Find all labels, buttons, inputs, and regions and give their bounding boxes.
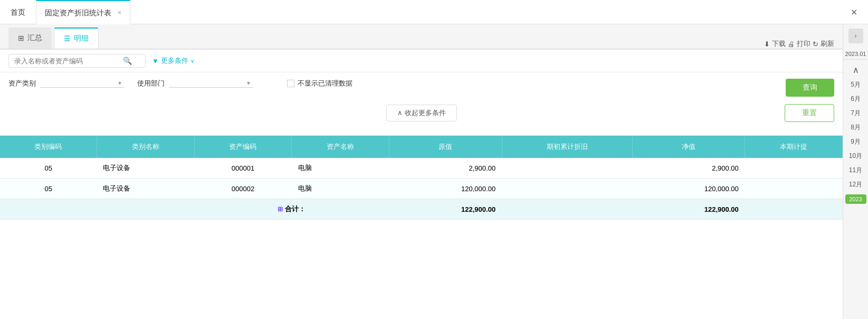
cell-accumulated-depreciation (502, 179, 632, 199)
refresh-icon: ↻ (813, 40, 818, 48)
table-wrapper: 类别编码 类别名称 资产编码 资产名称 原值 期初累计折旧 净值 本期计提 05… (0, 136, 843, 319)
tab-active-label: 固定资产折旧统计表 (45, 1, 111, 24)
refresh-button[interactable]: ↻ 刷新 (813, 39, 834, 49)
cell-category-code: 05 (0, 179, 97, 199)
col-net-value: 净值 (632, 136, 745, 158)
calc-icon: ⊞ (278, 205, 283, 213)
main-content: ⊞ 汇总 ☰ 明细 ⬇ 下载 🖨 打印 ↻ 刷新 (0, 24, 868, 319)
hide-cleared-checkbox[interactable] (287, 80, 294, 87)
download-button[interactable]: ⬇ 下载 (764, 39, 786, 49)
detail-icon: ☰ (64, 34, 71, 43)
search-icon: 🔍 (123, 57, 132, 65)
cell-asset-code: 000001 (194, 158, 292, 179)
table-total-row: ⊞ 合计： 122,900.00 122,900.00 (0, 199, 843, 220)
reset-button[interactable]: 重置 (785, 104, 834, 122)
top-bar: 首页 固定资产折旧统计表 × ✕ (0, 0, 868, 24)
cell-net-value: 120,000.00 (632, 179, 745, 199)
asset-category-label: 资产类别 (8, 79, 36, 88)
filter-area: 资产类别 ▼ 使用部门 ▼ 不显示已清理数据 (0, 72, 843, 136)
month-10[interactable]: 10月 (845, 149, 866, 163)
cell-category-name: 电子设备 (97, 158, 194, 179)
sub-tabs-bar: ⊞ 汇总 ☰ 明细 ⬇ 下载 🖨 打印 ↻ 刷新 (0, 24, 843, 50)
left-panel: ⊞ 汇总 ☰ 明细 ⬇ 下载 🖨 打印 ↻ 刷新 (0, 24, 843, 319)
col-category-name: 类别名称 (97, 136, 194, 158)
cell-original-value: 2,900.00 (389, 158, 502, 179)
table-row: 05 电子设备 000001 电脑 2,900.00 2,900.00 (0, 158, 843, 179)
col-current-depreciation: 本期计提 (745, 136, 843, 158)
month-11[interactable]: 11月 (845, 164, 866, 177)
month-12[interactable]: 12月 (845, 178, 866, 191)
download-label: 下载 (772, 39, 786, 49)
collapse-row: ∧ 收起更多条件 (8, 100, 834, 121)
chevron-down-icon: ∨ (190, 58, 194, 64)
total-label-cell: ⊞ 合计： (194, 199, 389, 220)
asset-category-select[interactable]: ▼ (40, 79, 125, 88)
query-button[interactable]: 查询 (786, 79, 834, 97)
print-button[interactable]: 🖨 打印 (788, 39, 810, 49)
total-accumulated-depreciation (502, 199, 632, 220)
total-current-depreciation (745, 199, 843, 220)
tab-detail[interactable]: ☰ 明细 (54, 27, 99, 49)
month-5[interactable]: 5月 (845, 78, 866, 91)
col-original-value: 原值 (389, 136, 502, 158)
department-arrow-icon: ▼ (246, 80, 251, 86)
cell-category-code: 05 (0, 158, 97, 179)
print-icon: 🖨 (788, 40, 795, 48)
tab-summary-label: 汇总 (27, 33, 42, 43)
cell-asset-code: 000002 (194, 179, 292, 199)
department-select[interactable]: ▼ (169, 79, 253, 88)
tab-active[interactable]: 固定资产折旧统计表 × (36, 0, 130, 24)
month-9[interactable]: 9月 (845, 135, 866, 148)
download-icon: ⬇ (764, 40, 770, 48)
total-label-text: 合计： (285, 204, 306, 214)
right-panel: › 2023.01 ∧ 5月 6月 7月 8月 9月 10月 11月 12月 2… (843, 24, 868, 319)
department-label: 使用部门 (137, 79, 165, 88)
total-original-value: 122,900.00 (389, 199, 502, 220)
collapse-button[interactable]: ∧ 收起更多条件 (386, 105, 457, 121)
cell-category-name: 电子设备 (97, 179, 194, 199)
cell-current-depreciation (745, 158, 843, 179)
date-display: 2023.01 (843, 49, 868, 60)
more-conditions-button[interactable]: ▼ 更多条件 ∨ (152, 56, 194, 65)
asset-category-filter: 资产类别 ▼ (8, 79, 125, 88)
collapse-label: 收起更多条件 (405, 108, 446, 118)
more-conditions-label: 更多条件 (161, 56, 188, 65)
col-asset-code: 资产编码 (194, 136, 292, 158)
summary-icon: ⊞ (18, 34, 24, 42)
total-cell-empty2 (97, 199, 194, 220)
refresh-label: 刷新 (821, 39, 834, 49)
filter-icon: ▼ (152, 57, 159, 65)
cell-original-value: 120,000.00 (389, 179, 502, 199)
asset-category-arrow-icon: ▼ (117, 80, 122, 86)
search-bar: 🔍 ▼ 更多条件 ∨ (0, 50, 843, 72)
col-category-code: 类别编码 (0, 136, 97, 158)
table-row: 05 电子设备 000002 电脑 120,000.00 120,000.00 (0, 179, 843, 199)
col-asset-name: 资产名称 (292, 136, 389, 158)
total-net-value: 122,900.00 (632, 199, 745, 220)
cell-asset-name: 电脑 (292, 179, 389, 199)
hide-cleared-label: 不显示已清理数据 (298, 79, 352, 88)
col-accumulated-depreciation: 期初累计折旧 (502, 136, 632, 158)
year-badge[interactable]: 2023 (845, 194, 866, 204)
month-7[interactable]: 7月 (845, 107, 866, 120)
table-header-row: 类别编码 类别名称 资产编码 资产名称 原值 期初累计折旧 净值 本期计提 (0, 136, 843, 158)
total-cell-empty1 (0, 199, 97, 220)
cell-net-value: 2,900.00 (632, 158, 745, 179)
search-input-wrapper: 🔍 (8, 54, 146, 68)
month-8[interactable]: 8月 (845, 121, 866, 134)
filter-row: 资产类别 ▼ 使用部门 ▼ 不显示已清理数据 (8, 79, 834, 88)
cell-asset-name: 电脑 (292, 158, 389, 179)
tab-summary[interactable]: ⊞ 汇总 (8, 27, 52, 49)
right-expand-button[interactable]: › (848, 29, 863, 43)
tab-detail-label: 明细 (74, 34, 89, 43)
department-filter: 使用部门 ▼ (137, 79, 253, 88)
tab-home[interactable]: 首页 (0, 0, 36, 24)
month-6[interactable]: 6月 (845, 92, 866, 106)
tab-close-icon[interactable]: × (118, 1, 121, 24)
month-item-up-arrow[interactable]: ∧ (845, 63, 866, 77)
data-table: 类别编码 类别名称 资产编码 资产名称 原值 期初累计折旧 净值 本期计提 05… (0, 136, 843, 220)
cell-accumulated-depreciation (502, 158, 632, 179)
collapse-up-icon: ∧ (397, 109, 403, 117)
window-close-button[interactable]: ✕ (851, 7, 857, 17)
search-input[interactable] (14, 57, 120, 65)
